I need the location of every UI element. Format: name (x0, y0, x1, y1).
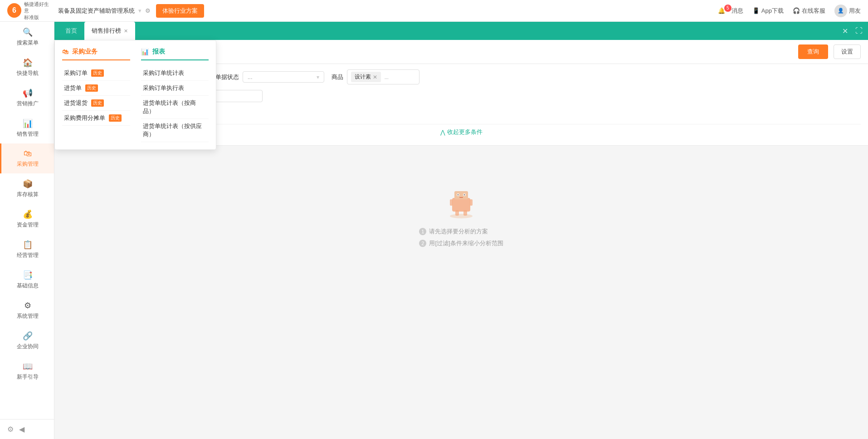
svg-point-0 (450, 214, 473, 218)
doc-status-filter: 单据状态 ... ▾ (215, 71, 324, 83)
sidebar-item-guide[interactable]: 📖 新手引导 (0, 356, 54, 386)
logo-icon: 6 (7, 3, 21, 18)
inventory-icon: 📦 (23, 179, 33, 189)
tab-sales-rank[interactable]: 销售排行榜 ✕ (84, 22, 135, 40)
report-col-label: 报表 (152, 48, 165, 56)
collapse-up-icon: ⋀ (440, 129, 445, 136)
headset-icon: 🎧 (793, 7, 800, 14)
collapse-icon[interactable]: ◀ (19, 425, 24, 434)
setting-btn[interactable]: 设置 (834, 44, 861, 59)
sidebar-item-purchase[interactable]: 🛍 采购管理 (0, 143, 54, 173)
sidebar-label-finance: 资金管理 (17, 221, 39, 229)
report-col-icon: 📊 (141, 48, 149, 55)
operation-icon: 📋 (23, 240, 33, 250)
query-btn[interactable]: 查询 (798, 44, 828, 59)
avatar: 👤 (834, 5, 847, 17)
tab-expand-icon[interactable]: ⛶ (853, 25, 864, 37)
notification-item[interactable]: 🔔 5 消息 (718, 7, 743, 15)
sidebar-item-basic[interactable]: 📑 基础信息 (0, 265, 54, 295)
tabbar: 首页 销售排行榜 ✕ ✕ ⛶ (54, 22, 868, 40)
hint2: 用[过滤]条件来缩小分析范围 (429, 237, 503, 249)
dropdown-item-purchase-order[interactable]: 采购订单 历史 (62, 66, 130, 81)
sidebar-label-basic: 基础信息 (17, 282, 39, 290)
tabbar-right: ✕ ⛶ (840, 25, 864, 37)
sidebar-label-quick: 快捷导航 (17, 69, 39, 77)
purchase-order-label: 采购订单 (64, 69, 88, 77)
goods-filter: 商品 设计素 ✕ ... (332, 69, 419, 84)
purchase-col-icon: 🛍 (62, 48, 68, 55)
hist-badge-3: 历史 (109, 114, 122, 122)
goods-label: 商品 (332, 73, 343, 81)
dropdown-item-goods-stat-by-goods[interactable]: 进货单统计表（按商品） (141, 96, 209, 119)
purchase-col-title: 🛍 采购业务 (62, 48, 130, 60)
collapse-label: 收起更多条件 (447, 128, 483, 136)
sidebar-label-enterprise: 企业协同 (17, 343, 39, 350)
purchase-expense-label: 采购费用分摊单 (64, 114, 105, 122)
sidebar-item-sales[interactable]: 📊 销售管理 (0, 113, 54, 143)
svg-point-5 (458, 194, 459, 196)
svg-rect-7 (459, 197, 463, 198)
hint1: 请先选择要分析的方案 (429, 226, 488, 237)
app-download-item[interactable]: 📱 App下载 (752, 7, 784, 15)
dropdown-item-goods-receipt[interactable]: 进货单 历史 (62, 81, 130, 96)
toolbar-right: 查询 设置 (798, 44, 861, 59)
sidebar-item-quick[interactable]: 🏠 快捷导航 (0, 52, 54, 83)
sidebar-item-marketing[interactable]: 📢 营销推广 (0, 83, 54, 113)
purchase-order-stat-label: 采购订单统计表 (143, 69, 184, 77)
home-icon: 🏠 (23, 58, 33, 68)
tab-close-all-icon[interactable]: ✕ (840, 25, 850, 37)
step2-num: 2 (419, 240, 426, 247)
search-icon: 🔍 (23, 27, 33, 37)
sidebar-item-search[interactable]: 🔍 搜索菜单 (0, 22, 54, 52)
dropdown-item-purchase-order-exec[interactable]: 采购订单执行表 (141, 81, 209, 96)
hist-badge-2: 历史 (91, 99, 104, 107)
industry-btn[interactable]: 体验行业方案 (156, 4, 204, 18)
sidebar-item-inventory[interactable]: 📦 库存核算 (0, 173, 54, 204)
svg-rect-8 (450, 199, 453, 206)
dropdown-menu: 🛍 采购业务 采购订单 历史 进货单 历史 进货退货 历史 采购费用分摊单 历史… (54, 40, 216, 150)
dropdown-purchase-col: 🛍 采购业务 采购订单 历史 进货单 历史 进货退货 历史 采购费用分摊单 历史 (62, 48, 130, 142)
empty-illustration (439, 182, 484, 218)
sidebar-label-inventory: 库存核算 (17, 191, 39, 198)
online-service-item[interactable]: 🎧 在线客服 (793, 7, 825, 15)
marketing-icon: 📢 (23, 88, 33, 98)
sales-icon: 📊 (23, 118, 33, 128)
goods-select[interactable]: 设计素 ✕ ... (347, 69, 419, 84)
sidebar-item-enterprise[interactable]: 🔗 企业协同 (0, 326, 54, 356)
goods-stat-goods-label: 进货单统计表（按商品） (143, 99, 207, 115)
sidebar-label-guide: 新手引导 (17, 373, 39, 381)
tab-home-label: 首页 (65, 27, 77, 35)
sidebar-item-operation[interactable]: 📋 经营管理 (0, 234, 54, 265)
tab-close-icon[interactable]: ✕ (124, 28, 128, 34)
logo: 6 畅捷通好生意 标准版 (7, 1, 53, 20)
doc-status-select[interactable]: ... ▾ (243, 71, 324, 83)
purchase-icon: 🛍 (24, 149, 32, 158)
dropdown-item-goods-stat-by-supplier[interactable]: 进货单统计表（按供应商） (141, 119, 209, 142)
enterprise-icon: 🔗 (23, 331, 33, 341)
tab-home[interactable]: 首页 (58, 22, 84, 40)
empty-text: 1 请先选择要分析的方案 2 用[过滤]条件来缩小分析范围 (419, 226, 503, 249)
system-icon: ⚙ (24, 301, 31, 311)
phone-icon: 📱 (752, 7, 760, 14)
settings-bottom-icon[interactable]: ⚙ (7, 425, 14, 434)
dropdown-item-purchase-order-stat[interactable]: 采购订单统计表 (141, 66, 209, 81)
dropdown-item-goods-return[interactable]: 进货退货 历史 (62, 96, 130, 111)
svg-rect-1 (452, 198, 470, 212)
user-item[interactable]: 👤 用友 (834, 5, 861, 17)
guide-icon: 📖 (23, 361, 33, 371)
dropdown-item-purchase-expense[interactable]: 采购费用分摊单 历史 (62, 111, 130, 126)
goods-receipt-label: 进货单 (64, 84, 82, 92)
sidebar-item-finance[interactable]: 💰 资金管理 (0, 204, 54, 234)
logo-text: 畅捷通好生意 标准版 (24, 1, 53, 20)
sidebar-label-sales: 销售管理 (17, 130, 39, 138)
sidebar-bottom: ⚙ ◀ (0, 419, 54, 439)
sidebar-item-system[interactable]: ⚙ 系统管理 (0, 295, 54, 326)
goods-tag-close[interactable]: ✕ (373, 74, 377, 80)
sidebar-label-system: 系统管理 (17, 312, 39, 320)
online-service-label: 在线客服 (802, 7, 825, 15)
tab-sales-rank-label: 销售排行榜 (92, 27, 121, 35)
notification-badge: 5 (724, 5, 731, 12)
report-col-title: 📊 报表 (141, 48, 209, 60)
purchase-col-label: 采购业务 (72, 48, 98, 56)
basic-icon: 📑 (23, 270, 33, 280)
